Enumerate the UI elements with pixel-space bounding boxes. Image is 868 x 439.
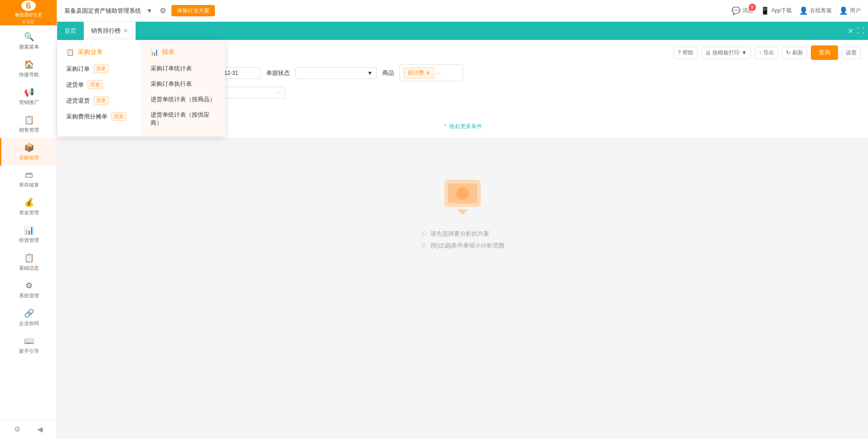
sidebar-nav: 🔍 搜索菜单 🏠 快捷导航 📢 营销推广 📋 销售管理 📦 采购管理 🗃 库存核… bbox=[0, 25, 57, 419]
tab-close-icon[interactable]: ✕ bbox=[123, 28, 128, 34]
operations-icon: 📊 bbox=[24, 225, 34, 235]
sidebar-label-purchase: 采购管理 bbox=[19, 154, 39, 161]
voucher-status-chevron: ▼ bbox=[367, 70, 373, 76]
tab-maximize-icon[interactable]: ⛶ bbox=[857, 27, 864, 35]
inventory-icon: 🗃 bbox=[25, 170, 33, 180]
online-service-btn[interactable]: 👤 在线客服 bbox=[799, 6, 832, 15]
sidebar-collapse-btn[interactable]: ◀ bbox=[37, 425, 43, 434]
sidebar-label-finance: 资金管理 bbox=[19, 209, 39, 216]
purchase-expense-item[interactable]: 采购费用分摊单 历史 bbox=[57, 109, 141, 124]
message-btn[interactable]: 💬 消息 9 bbox=[731, 6, 753, 15]
settings-btn[interactable]: 设置 bbox=[842, 47, 861, 59]
sidebar-label-operations: 经营管理 bbox=[19, 237, 39, 244]
finance-icon: 💰 bbox=[24, 197, 34, 207]
empty-hint: ① 请先选择要分析的方案 ② 用[过滤]条件来缩小分析范围 bbox=[421, 228, 505, 252]
empty-icon bbox=[440, 175, 485, 221]
topbar-gear-icon[interactable]: ⚙ bbox=[160, 6, 166, 15]
print-dropdown-icon: ▼ bbox=[741, 49, 747, 56]
sidebar-item-purchase[interactable]: 📦 采购管理 bbox=[0, 138, 57, 166]
logo-icon: 6 bbox=[21, 0, 36, 11]
topbar-dropdown-btn[interactable]: ▼ bbox=[146, 7, 152, 14]
report-receipt-goods-label: 进货单统计表（按商品） bbox=[151, 95, 215, 104]
search-icon: 🔍 bbox=[24, 32, 34, 42]
goods-tag-remove[interactable]: ✕ bbox=[426, 70, 430, 76]
sidebar-item-inventory[interactable]: 🗃 库存核算 bbox=[0, 166, 57, 193]
purchase-expense-badge: 历史 bbox=[111, 112, 127, 121]
user-btn[interactable]: 👤 用户 bbox=[839, 6, 861, 15]
tab-close-all-icon[interactable]: ✕ bbox=[848, 27, 853, 35]
purchase-icon: 📦 bbox=[24, 143, 34, 153]
purchase-header-icon: 📋 bbox=[66, 49, 74, 56]
guide-icon: 📖 bbox=[24, 336, 34, 346]
sidebar-label-system: 系统管理 bbox=[19, 292, 39, 299]
sidebar-item-operations[interactable]: 📊 经营管理 bbox=[0, 221, 57, 248]
sidebar-label-enterprise: 企业协同 bbox=[19, 320, 39, 327]
print-icon: 🖨 bbox=[705, 49, 711, 56]
purchase-return-item[interactable]: 进货退货 历史 bbox=[57, 93, 141, 109]
app-logo: 6 畅捷通好生意 标准版 bbox=[0, 0, 57, 25]
collapse-arrow-icon: ⌃ bbox=[443, 123, 448, 130]
sidebar: 6 畅捷通好生意 标准版 🔍 搜索菜单 🏠 快捷导航 📢 营销推广 📋 销售管理… bbox=[0, 0, 57, 439]
sidebar-item-enterprise[interactable]: 🔗 企业协同 bbox=[0, 304, 57, 331]
purchase-col: 📋 采购业务 采购订单 历史 进货单 历史 进货退货 历史 采购费用分摊单 历史 bbox=[57, 40, 141, 136]
sidebar-settings-btn[interactable]: ⚙ bbox=[14, 425, 20, 434]
purchase-expense-label: 采购费用分摊单 bbox=[66, 113, 107, 121]
sidebar-item-marketing[interactable]: 📢 营销推广 bbox=[0, 83, 57, 110]
svg-marker-3 bbox=[457, 209, 468, 215]
tabbar: 首页 销售排行榜 ✕ ✕ ⛶ bbox=[57, 22, 868, 40]
goods-label: 商品 bbox=[382, 69, 394, 77]
sidebar-item-quick-nav[interactable]: 🏠 快捷导航 bbox=[0, 55, 57, 83]
tab-sales-rank-label: 销售排行榜 bbox=[91, 27, 121, 35]
app-download-btn[interactable]: 📱 App下载 bbox=[761, 6, 792, 15]
svg-point-2 bbox=[456, 187, 469, 200]
sidebar-item-search[interactable]: 🔍 搜索菜单 bbox=[0, 27, 57, 55]
report-order-stat-item[interactable]: 采购订单统计表 bbox=[141, 61, 225, 76]
purchase-order-badge: 历史 bbox=[93, 64, 109, 73]
tab-sales-rank[interactable]: 销售排行榜 ✕ bbox=[84, 22, 136, 40]
tab-home-label: 首页 bbox=[64, 27, 76, 35]
help-icon: ? bbox=[678, 49, 681, 56]
topbar-right: 💬 消息 9 📱 App下载 👤 在线客服 👤 用户 bbox=[731, 6, 861, 15]
sidebar-label-marketing: 营销推广 bbox=[19, 99, 39, 106]
goods-select[interactable]: 设计费 ✕ ··· bbox=[400, 64, 463, 81]
report-receipt-goods-item[interactable]: 进货单统计表（按商品） bbox=[141, 92, 225, 107]
tab-home[interactable]: 首页 bbox=[57, 22, 84, 40]
empty-hint-1: 请先选择要分析的方案 bbox=[430, 230, 489, 237]
purchase-order-item[interactable]: 采购订单 历史 bbox=[57, 61, 141, 77]
marketing-icon: 📢 bbox=[24, 87, 34, 97]
refresh-btn[interactable]: ↻ 刷新 bbox=[782, 47, 807, 59]
report-header-icon: 📊 bbox=[151, 49, 158, 56]
purchase-dropdown: 📋 采购业务 采购订单 历史 进货单 历史 进货退货 历史 采购费用分摊单 历史… bbox=[57, 40, 225, 136]
help-btn[interactable]: ? 帮助 bbox=[673, 47, 697, 59]
report-order-exec-item[interactable]: 采购订单执行表 bbox=[141, 76, 225, 92]
export-icon: ↑ bbox=[759, 49, 761, 56]
solution-btn[interactable]: 体验行业方案 bbox=[171, 5, 215, 16]
empty-state: ① 请先选择要分析的方案 ② 用[过滤]条件来缩小分析范围 bbox=[57, 139, 868, 288]
service-icon: 👤 bbox=[799, 6, 808, 15]
query-btn[interactable]: 查询 bbox=[811, 45, 838, 60]
sidebar-item-finance[interactable]: 💰 资金管理 bbox=[0, 193, 57, 221]
sales-icon: 📋 bbox=[24, 115, 34, 125]
system-icon: ⚙ bbox=[25, 281, 33, 291]
sidebar-label-inventory: 库存核算 bbox=[19, 182, 39, 188]
report-col-header: 📊 报表 bbox=[141, 45, 225, 61]
purchase-header-label: 采购业务 bbox=[78, 48, 103, 56]
salesperson-dots[interactable]: ··· bbox=[277, 89, 281, 96]
print-btn[interactable]: 🖨 按模板打印 ▼ bbox=[701, 47, 751, 59]
sidebar-item-system[interactable]: ⚙ 系统管理 bbox=[0, 276, 57, 304]
sidebar-bottom: ⚙ ◀ bbox=[0, 419, 57, 439]
purchase-col-header: 📋 采购业务 bbox=[57, 45, 141, 61]
online-service-label: 在线客服 bbox=[810, 7, 832, 15]
purchase-receipt-item[interactable]: 进货单 历史 bbox=[57, 77, 141, 93]
report-receipt-supplier-item[interactable]: 进货单统计表（按供应商） bbox=[141, 107, 225, 131]
user-avatar-icon: 👤 bbox=[839, 6, 848, 15]
sidebar-item-basic-info[interactable]: 📋 基础信息 bbox=[0, 248, 57, 276]
sidebar-label-basic-info: 基础信息 bbox=[19, 265, 39, 271]
sidebar-item-sales[interactable]: 📋 销售管理 bbox=[0, 110, 57, 138]
export-btn[interactable]: ↑ 导出 bbox=[755, 47, 778, 59]
voucher-status-select[interactable]: ▼ bbox=[295, 67, 377, 79]
sidebar-item-guide[interactable]: 📖 新手引导 bbox=[0, 331, 57, 359]
goods-dots[interactable]: ··· bbox=[436, 70, 441, 76]
sidebar-label-quick-nav: 快捷导航 bbox=[19, 71, 39, 78]
message-badge: 9 bbox=[749, 4, 756, 11]
